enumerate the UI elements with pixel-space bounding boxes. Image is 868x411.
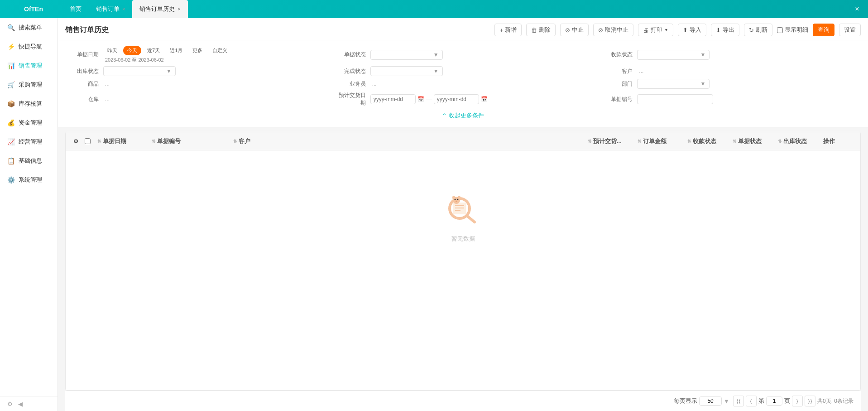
sort-customer-icon: ⇅ xyxy=(233,139,237,144)
settings-button[interactable]: 设置 xyxy=(839,24,861,36)
sidebar-settings-icon[interactable]: ⚙ xyxy=(7,401,13,407)
last-page-button[interactable]: ⟩⟩ xyxy=(805,396,815,406)
tab-sales-order-history-label: 销售订单历史 xyxy=(139,5,175,13)
query-button[interactable]: 查询 xyxy=(813,24,834,36)
collapse-label: 收起更多条件 xyxy=(449,111,484,120)
sidebar-item-basic-info-label: 基础信息 xyxy=(19,157,42,165)
filter-sales-rep: 业务员 ... xyxy=(334,79,592,89)
th-no-label: 单据编号 xyxy=(157,137,181,145)
first-page-button[interactable]: ⟨⟨ xyxy=(733,396,744,406)
delivery-date-to[interactable] xyxy=(434,94,479,104)
th-no[interactable]: ⇅ 单据编号 xyxy=(149,137,230,145)
page-navigation: ⟨⟨ ⟨ 第 页 ⟩ ⟩⟩ 共0页, 0条记录 xyxy=(733,396,854,406)
order-status-select[interactable]: ▼ xyxy=(370,50,443,60)
brand-logo: OfTEn xyxy=(24,5,43,13)
svg-point-9 xyxy=(456,201,457,202)
complete-status-select[interactable]: ▼ xyxy=(370,66,443,76)
import-button[interactable]: ⬆ 导入 xyxy=(678,24,706,36)
tab-home[interactable]: 首页 xyxy=(62,0,89,18)
th-out-status[interactable]: ⇅ 出库状态 xyxy=(775,137,820,145)
th-delivery[interactable]: ⇅ 预计交货... xyxy=(585,137,635,145)
page-size-dropdown-icon[interactable]: ▼ xyxy=(724,398,729,405)
date-btn-custom[interactable]: 自定义 xyxy=(208,46,231,55)
sales-rep-input[interactable]: ... xyxy=(372,81,377,87)
th-date[interactable]: ⇅ 单据日期 xyxy=(95,137,149,145)
filter-complete-status: 完成状态 ▼ xyxy=(334,66,592,76)
calendar-from-icon[interactable]: 📅 xyxy=(417,96,424,102)
date-btn-7days[interactable]: 近7天 xyxy=(143,46,164,55)
filter-row-4: 仓库 ... 预计交货日期 📅 — 📅 单据编号 xyxy=(67,92,859,107)
delivery-date-from[interactable] xyxy=(370,94,416,104)
tab-sales-order-history[interactable]: 销售订单历史 × xyxy=(132,0,187,18)
sidebar-item-system-mgmt[interactable]: ⚙️ 系统管理 xyxy=(0,170,58,189)
out-status-arrow: ▼ xyxy=(166,68,172,74)
sort-out-status-icon: ⇅ xyxy=(778,139,782,144)
sidebar-item-quick-nav[interactable]: ⚡ 快捷导航 xyxy=(0,37,58,56)
goods-input[interactable]: ... xyxy=(105,81,110,87)
order-no-input[interactable] xyxy=(637,94,713,104)
stop-icon: ⊘ xyxy=(565,27,570,34)
sidebar-item-search-menu[interactable]: 🔍 搜索菜单 xyxy=(0,18,58,37)
filter-row-3: 商品 ... 业务员 ... 部门 ▼ xyxy=(67,79,859,89)
export-button[interactable]: ⬇ 导出 xyxy=(711,24,739,36)
th-checkbox[interactable] xyxy=(82,138,95,144)
stop-button[interactable]: ⊘ 中止 xyxy=(560,24,589,36)
sidebar-item-sales-mgmt[interactable]: 📊 销售管理 xyxy=(0,56,58,75)
page-size-label: 每页显示 xyxy=(674,397,697,405)
page-label: 第 xyxy=(758,397,764,405)
page-header: 销售订单历史 + 新增 🗑 删除 ⊘ 中止 ⊘ 取消中止 xyxy=(58,18,868,40)
refresh-button[interactable]: ↻ 刷新 xyxy=(744,24,772,36)
tab-sales-order-label: 销售订单 xyxy=(96,5,120,13)
tab-sales-order[interactable]: 销售订单 × xyxy=(89,0,132,18)
sidebar-item-finance-label: 资金管理 xyxy=(19,119,42,127)
prev-page-button[interactable]: ⟨ xyxy=(746,396,757,406)
payment-status-select[interactable]: ▼ xyxy=(637,50,710,60)
customer-input[interactable]: ... xyxy=(639,68,643,74)
th-customer-label: 客户 xyxy=(239,137,250,145)
calendar-to-icon[interactable]: 📅 xyxy=(481,96,488,102)
basic-info-icon: 📋 xyxy=(7,157,15,164)
show-detail-checkbox[interactable] xyxy=(777,27,783,33)
page-number-input[interactable] xyxy=(766,396,782,406)
th-settings[interactable]: ⚙ xyxy=(69,138,82,145)
window-close-button[interactable]: × xyxy=(851,3,863,15)
svg-point-11 xyxy=(458,196,460,199)
date-label: 单据日期 xyxy=(67,51,103,58)
th-order-status-label: 单据状态 xyxy=(738,137,762,145)
sidebar-item-operations[interactable]: 📈 经营管理 xyxy=(0,132,58,151)
tab-sales-order-close[interactable]: × xyxy=(122,6,125,12)
cancel-stop-icon: ⊘ xyxy=(598,27,603,34)
cancel-stop-button[interactable]: ⊘ 取消中止 xyxy=(593,24,633,36)
date-btn-today[interactable]: 今天 xyxy=(123,46,141,55)
sidebar-item-inventory[interactable]: 📦 库存核算 xyxy=(0,94,58,113)
out-status-select[interactable]: ▼ xyxy=(103,66,176,76)
print-dropdown-icon: ▼ xyxy=(664,28,668,32)
add-button[interactable]: + 新增 xyxy=(494,24,522,36)
th-pay-status[interactable]: ⇅ 收款状态 xyxy=(685,137,730,145)
sidebar-item-basic-info[interactable]: 📋 基础信息 xyxy=(0,151,58,170)
date-btn-1month[interactable]: 近1月 xyxy=(166,46,187,55)
collapse-filter-link[interactable]: ⌃ 收起更多条件 xyxy=(67,110,859,121)
th-customer[interactable]: ⇅ 客户 xyxy=(230,137,585,145)
page-size-input[interactable] xyxy=(699,396,722,406)
sidebar-collapse-icon[interactable]: ◀ xyxy=(18,401,23,407)
show-detail-checkbox-wrap[interactable]: 显示明细 xyxy=(777,26,808,34)
print-button[interactable]: 🖨 打印 ▼ xyxy=(638,24,673,36)
tab-sales-order-history-close[interactable]: × xyxy=(177,6,180,12)
delivery-date-label: 预计交货日期 xyxy=(334,92,370,107)
add-label: 新增 xyxy=(505,26,517,34)
sidebar-item-finance[interactable]: 💰 资金管理 xyxy=(0,113,58,132)
sidebar-item-purchase-mgmt[interactable]: 🛒 采购管理 xyxy=(0,75,58,94)
filter-dept: 部门 ▼ xyxy=(601,79,859,89)
delete-button[interactable]: 🗑 删除 xyxy=(526,24,556,36)
print-icon: 🖨 xyxy=(643,27,649,34)
svg-line-1 xyxy=(467,216,475,222)
next-page-button[interactable]: ⟩ xyxy=(792,396,803,406)
date-btn-yesterday[interactable]: 昨天 xyxy=(103,46,121,55)
warehouse-input[interactable]: ... xyxy=(105,96,110,102)
th-order-status[interactable]: ⇅ 单据状态 xyxy=(730,137,775,145)
th-amount[interactable]: ⇅ 订单金额 xyxy=(635,137,685,145)
dept-select[interactable]: ▼ xyxy=(637,79,710,89)
date-btn-more[interactable]: 更多 xyxy=(188,46,206,55)
select-all-checkbox[interactable] xyxy=(85,138,91,144)
